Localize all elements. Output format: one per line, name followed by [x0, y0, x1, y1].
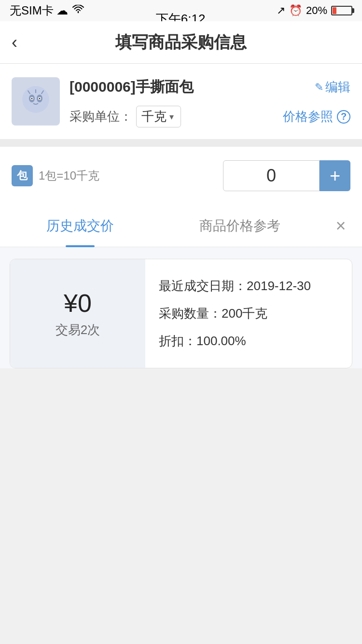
quantity-left: 包 1包=10千克: [12, 165, 99, 186]
tab-active-indicator: [66, 245, 95, 247]
price-reference-button[interactable]: 价格参照 ?: [283, 108, 350, 125]
tabs-section: 历史成交价 商品价格参考 × ¥0 交易2次 最近成交日期：2019-12-30…: [0, 205, 362, 368]
unit-label-text: 采购单位：: [70, 108, 132, 125]
recent-date-label: 最近成交日期：: [159, 279, 247, 293]
transaction-card: ¥0 交易2次 最近成交日期：2019-12-30 采购数量：200千克 折扣：…: [10, 259, 352, 368]
product-name: [0000006]手撕面包: [70, 77, 194, 97]
recent-date-row: 最近成交日期：2019-12-30: [159, 277, 338, 295]
edit-label: 编辑: [325, 79, 350, 96]
product-thumbnail-icon: [21, 85, 50, 118]
back-button[interactable]: ‹: [12, 32, 17, 53]
transaction-left: ¥0 交易2次: [10, 259, 145, 368]
status-left: 无SIM卡 ☁: [10, 3, 84, 18]
product-card: [0000006]手撕面包 ✎ 编辑 采购单位： 千克 ▾ 价格参照 ?: [0, 64, 362, 139]
battery-icon: [331, 6, 352, 15]
tab-history-price-label: 历史成交价: [46, 217, 114, 235]
recent-date-value: 2019-12-30: [247, 279, 311, 293]
edit-button[interactable]: ✎ 编辑: [315, 79, 350, 96]
purchase-qty-label: 采购数量：: [159, 306, 222, 321]
alarm-icon: ⏰: [289, 4, 302, 17]
transaction-price: ¥0: [64, 289, 92, 318]
unit-dropdown[interactable]: 千克 ▾: [136, 106, 181, 127]
svg-point-5: [31, 98, 33, 99]
transaction-right: 最近成交日期：2019-12-30 采购数量：200千克 折扣：100.00%: [145, 259, 352, 368]
unit-label: 采购单位： 千克 ▾: [70, 106, 181, 127]
discount-value: 100.00%: [196, 334, 246, 348]
purchase-qty-value: 200千克: [222, 306, 267, 321]
tab-product-price[interactable]: 商品价格参考: [160, 205, 320, 247]
transaction-count: 交易2次: [56, 322, 100, 338]
discount-label: 折扣：: [159, 334, 196, 348]
wifi-icon: [72, 4, 84, 17]
page-title: 填写商品采购信息: [115, 31, 247, 54]
unit-badge: 包: [12, 165, 33, 186]
battery-percent: 20%: [306, 4, 327, 17]
nav-bar: ‹ 填写商品采购信息: [0, 21, 362, 64]
price-ref-label: 价格参照: [283, 108, 333, 125]
status-right: ↗ ⏰ 20%: [277, 4, 352, 17]
discount-row: 折扣：100.00%: [159, 332, 338, 350]
svg-point-6: [39, 98, 41, 99]
edit-icon: ✎: [315, 81, 323, 94]
tab-product-price-label: 商品价格参考: [199, 217, 280, 235]
quantity-input-row: 0 +: [223, 160, 350, 191]
purchase-qty-row: 采购数量：200千克: [159, 304, 338, 323]
carrier-text: 无SIM卡 ☁: [10, 3, 68, 18]
quantity-row: 包 1包=10千克 0 +: [0, 147, 362, 205]
tab-close-button[interactable]: ×: [320, 205, 362, 247]
quantity-plus-button[interactable]: +: [320, 160, 350, 191]
status-bar: 无SIM卡 ☁ 下午6:12 ↗ ⏰ 20%: [0, 0, 362, 21]
location-icon: ↗: [277, 4, 285, 17]
help-icon: ?: [337, 110, 350, 124]
dropdown-arrow-icon: ▾: [169, 112, 174, 122]
unit-value: 千克: [141, 108, 167, 125]
product-image: [12, 77, 60, 126]
product-info: [0000006]手撕面包 ✎ 编辑 采购单位： 千克 ▾ 价格参照 ?: [70, 77, 350, 127]
tabs-bar: 历史成交价 商品价格参考 ×: [0, 205, 362, 247]
tab-history-price[interactable]: 历史成交价: [0, 205, 160, 247]
section-divider: [0, 139, 362, 147]
unit-conversion: 1包=10千克: [39, 168, 99, 183]
quantity-input[interactable]: 0: [223, 160, 320, 191]
